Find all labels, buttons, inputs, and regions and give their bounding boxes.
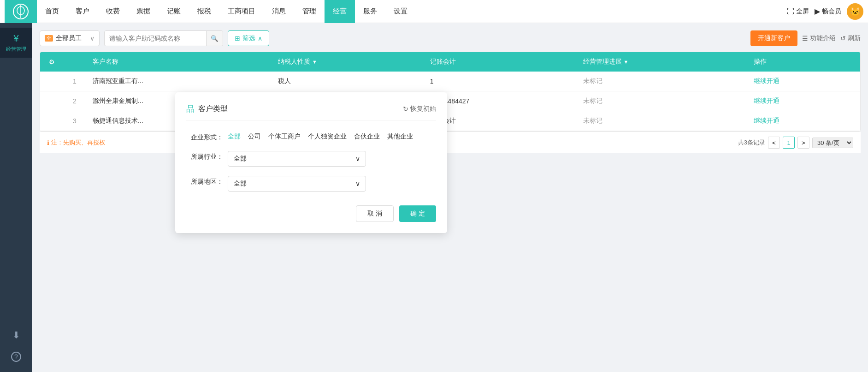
footer-note: ℹ 注：先购买、再授权 — [47, 138, 105, 147]
sidebar-item-help[interactable]: ? — [0, 346, 32, 367]
table-row: 1 济南冠亚重工有... 税人 1 未标记 继续开通 — [40, 72, 860, 91]
industry-form-row: 所属行业： 全部 ∨ — [186, 151, 436, 167]
table-footer: ℹ 注：先购买、再授权 共3条记录 < 1 > 30 条/页50 条/页100 … — [40, 132, 861, 153]
region-form-row: 所属地区： 全部 ∨ — [186, 176, 436, 192]
td-num-2: 2 — [63, 91, 86, 111]
nav-item-invoice[interactable]: 票据 — [128, 0, 159, 23]
sidebar-bottom: ⬇ ? — [0, 324, 32, 372]
fullscreen-btn[interactable]: ⛶ 全屏 — [787, 7, 809, 16]
filter-icon: ⊞ — [235, 35, 240, 42]
td-action-3[interactable]: 继续开通 — [747, 111, 860, 131]
region-label: 所属地区： — [186, 176, 223, 186]
restore-btn[interactable]: ↻ 恢复初始 — [403, 105, 436, 113]
th-name: 客户名称 — [86, 52, 272, 72]
td-bookkeeper-1: 1 — [424, 72, 577, 91]
nav-item-bizproject[interactable]: 工商项目 — [219, 0, 264, 23]
td-num-1: 1 — [63, 72, 86, 91]
prev-page-btn[interactable]: < — [768, 137, 780, 149]
th-progress: 经营管理进展 ▼ — [577, 52, 747, 72]
member-icon: ▶ — [815, 7, 820, 16]
current-page: 1 — [783, 137, 795, 149]
nav-item-service[interactable]: 服务 — [355, 0, 385, 23]
type-partnership[interactable]: 合伙企业 — [354, 132, 380, 142]
type-other[interactable]: 其他企业 — [387, 132, 413, 142]
func-intro-icon: ☰ — [802, 35, 808, 42]
chevron-down-icon: ∨ — [355, 155, 360, 162]
search-button[interactable]: 🔍 — [206, 30, 223, 46]
type-sole[interactable]: 个人独资企业 — [308, 132, 347, 142]
logo-area — [5, 0, 37, 23]
search-icon: 🔍 — [211, 35, 218, 42]
yuan-icon: ¥ — [13, 33, 18, 44]
employee-select[interactable]: 全 全部员工 ∨ — [40, 30, 100, 46]
type-all[interactable]: 全部 — [228, 132, 241, 142]
restore-icon: ↻ — [403, 105, 408, 113]
filter-icon-quality[interactable]: ▼ — [312, 59, 317, 65]
td-settings — [40, 72, 63, 91]
nav-right: ⛶ 全屏 ▶ 畅会员 🐱 — [787, 3, 863, 20]
type-company[interactable]: 公司 — [248, 132, 261, 142]
refresh-icon: ↺ — [840, 35, 846, 42]
td-quality-1: 税人 — [272, 72, 424, 91]
dialog-footer: 取 消 确 定 — [186, 205, 436, 222]
td-action-2[interactable]: 继续开通 — [747, 91, 860, 111]
nav-item-billing[interactable]: 收费 — [98, 0, 128, 23]
logo-icon — [12, 3, 29, 20]
nav-item-bookkeeping[interactable]: 记账 — [159, 0, 189, 23]
filter-icon-progress[interactable]: ▼ — [623, 59, 628, 65]
type-individual[interactable]: 个体工商户 — [268, 132, 301, 142]
collapse-icon: ∧ — [258, 35, 262, 42]
new-customer-button[interactable]: 开通新客户 — [750, 30, 797, 46]
main-layout: ¥ 经营管理 ⬇ ? 全 全部员工 ∨ 🔍 — [0, 23, 868, 372]
func-intro-button[interactable]: ☰ 功能介绍 — [802, 34, 836, 42]
nav-item-tax[interactable]: 报税 — [189, 0, 219, 23]
chevron-down-icon: ∨ — [355, 180, 360, 187]
filter-dialog: 品 客户类型 ↻ 恢复初始 企业形式： 全部 公司 个体工商户 个人独资企业 合 — [175, 92, 447, 233]
data-table: ⚙ 客户名称 纳税人性质 ▼ 记账会计 经营管理进展 ▼ 操 — [40, 52, 861, 132]
th-type-quality: 纳税人性质 ▼ — [272, 52, 424, 72]
th-settings[interactable]: ⚙ — [40, 52, 63, 72]
filter-button[interactable]: ⊞ 筛选 ∧ — [228, 30, 269, 46]
sidebar-item-download[interactable]: ⬇ — [0, 324, 32, 346]
table-row: 2 滁州全康金属制... 税人 18194484427 未标记 继续开通 — [40, 91, 860, 111]
continue-btn-3[interactable]: 继续开通 — [754, 117, 779, 125]
td-progress-2: 未标记 — [577, 91, 747, 111]
confirm-button[interactable]: 确 定 — [399, 205, 436, 222]
continue-btn-1[interactable]: 继续开通 — [754, 77, 779, 85]
member-btn[interactable]: ▶ 畅会员 — [815, 7, 841, 16]
nav-item-operation[interactable]: 经营 — [325, 0, 355, 23]
td-num-3: 3 — [63, 111, 86, 131]
td-action-1[interactable]: 继续开通 — [747, 72, 860, 91]
enterprise-form-label: 企业形式： — [186, 132, 223, 142]
nav-item-settings[interactable]: 设置 — [385, 0, 416, 23]
region-dropdown[interactable]: 全部 ∨ — [228, 176, 366, 192]
settings-icon: ⚙ — [49, 58, 55, 66]
td-progress-1: 未标记 — [577, 72, 747, 91]
th-bookkeeper: 记账会计 — [424, 52, 577, 72]
per-page-select[interactable]: 30 条/页50 条/页100 条/页 — [812, 138, 853, 148]
employee-icon: 全 — [45, 35, 53, 42]
sidebar-item-operation-mgmt[interactable]: ¥ 经营管理 — [0, 28, 32, 58]
search-box: 🔍 — [104, 30, 223, 46]
industry-dropdown[interactable]: 全部 ∨ — [228, 151, 366, 167]
continue-btn-2[interactable]: 继续开通 — [754, 97, 779, 105]
pagination: 共3条记录 < 1 > 30 条/页50 条/页100 条/页 — [738, 137, 853, 149]
industry-label: 所属行业： — [186, 151, 223, 161]
dialog-title-icon: 品 — [186, 103, 195, 114]
download-icon: ⬇ — [12, 330, 20, 341]
cancel-button[interactable]: 取 消 — [356, 205, 394, 222]
td-name-1: 济南冠亚重工有... — [86, 72, 272, 91]
next-page-btn[interactable]: > — [797, 137, 809, 149]
nav-item-message[interactable]: 消息 — [264, 0, 294, 23]
search-input[interactable] — [105, 35, 206, 42]
nav-item-customer[interactable]: 客户 — [67, 0, 98, 23]
help-icon: ? — [11, 352, 21, 362]
nav-item-home[interactable]: 首页 — [37, 0, 67, 23]
nav-item-manage[interactable]: 管理 — [294, 0, 325, 23]
dialog-title: 品 客户类型 — [186, 103, 228, 114]
chevron-down-icon: ∨ — [90, 35, 94, 42]
refresh-button[interactable]: ↺ 刷新 — [840, 34, 861, 42]
avatar[interactable]: 🐱 — [847, 3, 863, 20]
td-progress-3: 未标记 — [577, 111, 747, 131]
nav-items: 首页 客户 收费 票据 记账 报税 工商项目 消息 管理 经营 服务 设置 — [37, 0, 787, 23]
